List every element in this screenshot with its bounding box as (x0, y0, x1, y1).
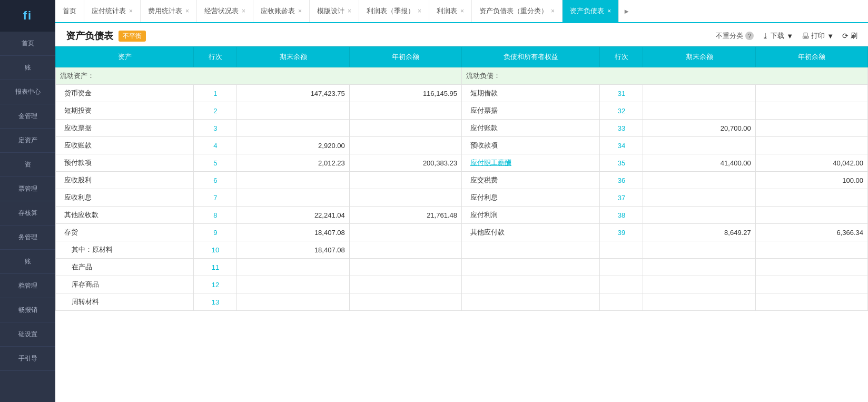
tab-income[interactable]: 利润表 × (429, 0, 472, 22)
tab-balance-sheet[interactable]: 资产负债表 × (563, 0, 619, 22)
liability-label (461, 259, 599, 276)
refresh-button[interactable]: ⟳ 刷 (842, 31, 857, 41)
not-reclassify[interactable]: 不重分类 ? (716, 31, 754, 41)
liability-label (461, 241, 599, 259)
tab-business-status[interactable]: 经营状况表 × (197, 0, 253, 22)
tab-expense-stats-close[interactable]: × (185, 7, 189, 15)
tab-income-close[interactable]: × (460, 7, 464, 15)
page-title-wrap: 资产负债表 不平衡 (66, 30, 146, 42)
begin-amount (349, 102, 461, 120)
help-icon[interactable]: ? (745, 32, 754, 40)
table-row: 其他应收款 8 22,241.04 21,761.48 应付利润 38 (56, 207, 868, 224)
sidebar-item-business-mgmt[interactable]: 务管理 (0, 225, 55, 250)
print-button[interactable]: 🖶 打印 ▼ (802, 31, 834, 41)
end-amount: 18,407.08 (237, 241, 349, 259)
main-area: 首页 应付统计表 × 费用统计表 × 经营状况表 × 应收账龄表 × 模版设计 … (55, 0, 868, 402)
sidebar-item-investment[interactable]: 资 (0, 153, 55, 177)
row-num: 5 (194, 154, 237, 172)
refresh-icon: ⟳ (842, 32, 849, 40)
sidebar-item-home[interactable]: 首页 (0, 32, 55, 56)
table-section-row: 流动资产： 流动负债： (56, 67, 868, 85)
row-num2: 34 (600, 137, 643, 154)
print-chevron-icon: ▼ (827, 32, 834, 40)
table-row: 短期投资 2 应付票据 32 (56, 102, 868, 120)
begin-amount (349, 276, 461, 293)
tab-expense-stats[interactable]: 费用统计表 × (141, 0, 197, 22)
asset-label: 应收票据 (56, 120, 194, 137)
sidebar-item-ledger[interactable]: 账 (0, 250, 55, 274)
sidebar-item-expense[interactable]: 畅报销 (0, 298, 55, 322)
not-reclassify-label: 不重分类 (716, 31, 743, 41)
header-liability: 负债和所有者权益 (461, 47, 599, 67)
asset-label: 其中：原材料 (56, 241, 194, 259)
tab-receivable-aging-close[interactable]: × (298, 7, 302, 15)
header-end-balance: 期末余额 (237, 47, 349, 67)
tab-payable-stats-close[interactable]: × (129, 7, 133, 15)
sidebar-item-settings[interactable]: 础设置 (0, 322, 55, 347)
tab-template-design-label: 模版设计 (317, 6, 344, 16)
tab-scroll-right[interactable]: ► (619, 0, 634, 22)
tab-balance-reclassify[interactable]: 资产负债表（重分类） × (472, 0, 563, 22)
table-row: 在产品 11 (56, 259, 868, 276)
header-begin-balance2: 年初余额 (755, 47, 867, 67)
section-liability-label: 流动负债： (461, 67, 867, 85)
asset-label: 货币资金 (56, 85, 194, 102)
tab-home[interactable]: 首页 (55, 0, 84, 22)
tab-payable-stats[interactable]: 应付统计表 × (84, 0, 141, 22)
begin-amount: 116,145.95 (349, 85, 461, 102)
row-num: 8 (194, 207, 237, 224)
sidebar-item-guide[interactable]: 手引导 (0, 347, 55, 371)
liability-label: 应付票据 (461, 102, 599, 120)
header-actions: 不重分类 ? ⤓ 下载 ▼ 🖶 打印 ▼ ⟳ 刷 (716, 31, 857, 41)
end-amount (237, 120, 349, 137)
tab-business-status-close[interactable]: × (242, 7, 245, 15)
page-header: 资产负债表 不平衡 不重分类 ? ⤓ 下载 ▼ 🖶 打印 ▼ (55, 23, 868, 46)
header-rownum2: 行次 (600, 47, 643, 67)
begin-amount (349, 224, 461, 241)
content-area: 资产负债表 不平衡 不重分类 ? ⤓ 下载 ▼ 🖶 打印 ▼ (55, 23, 868, 402)
end-amount (237, 276, 349, 293)
header-asset: 资产 (56, 47, 194, 67)
begin-amount (349, 259, 461, 276)
begin-amount2 (755, 85, 867, 102)
begin-amount (349, 137, 461, 154)
row-num2: 38 (600, 207, 643, 224)
row-num2 (600, 259, 643, 276)
asset-label: 周转材料 (56, 293, 194, 311)
begin-amount2 (755, 276, 867, 293)
liability-label (461, 276, 599, 293)
tab-template-design[interactable]: 模版设计 × (310, 0, 359, 22)
tab-home-label: 首页 (63, 6, 76, 16)
liability-label: 预收款项 (461, 137, 599, 154)
end-amount (237, 189, 349, 207)
end-amount2 (643, 207, 755, 224)
asset-label: 库存商品 (56, 276, 194, 293)
sidebar-item-fixed-assets[interactable]: 定资产 (0, 129, 55, 153)
tab-income-quarterly-close[interactable]: × (418, 7, 421, 15)
sidebar-item-account[interactable]: 账 (0, 56, 55, 80)
unbalanced-badge: 不平衡 (119, 31, 146, 42)
row-num: 7 (194, 189, 237, 207)
tab-balance-sheet-close[interactable]: × (607, 7, 611, 15)
tab-receivable-aging[interactable]: 应收账龄表 × (253, 0, 310, 22)
sidebar-item-ticket-mgmt[interactable]: 票管理 (0, 177, 55, 201)
begin-amount2 (755, 137, 867, 154)
tab-balance-reclassify-close[interactable]: × (551, 7, 555, 15)
tab-income-quarterly[interactable]: 利润表（季报） × (359, 0, 429, 22)
tab-expense-stats-label: 费用统计表 (148, 6, 182, 16)
sidebar-item-cash-mgmt[interactable]: 金管理 (0, 104, 55, 129)
row-num: 11 (194, 259, 237, 276)
row-num2: 35 (600, 154, 643, 172)
table-row: 周转材料 13 (56, 293, 868, 311)
end-amount2 (643, 137, 755, 154)
begin-amount2 (755, 102, 867, 120)
download-button[interactable]: ⤓ 下载 ▼ (762, 31, 793, 41)
tab-template-design-close[interactable]: × (348, 7, 351, 15)
begin-amount (349, 241, 461, 259)
begin-amount2 (755, 241, 867, 259)
begin-amount2: 100.00 (755, 172, 867, 189)
sidebar-item-report-center[interactable]: 报表中心 (0, 80, 55, 104)
end-amount (237, 293, 349, 311)
sidebar-item-archive[interactable]: 档管理 (0, 274, 55, 298)
sidebar-item-inventory[interactable]: 存核算 (0, 201, 55, 225)
